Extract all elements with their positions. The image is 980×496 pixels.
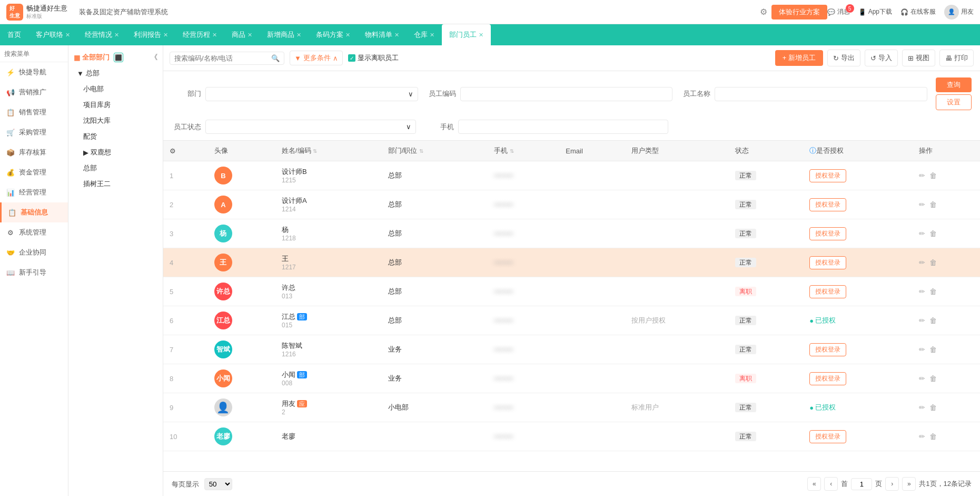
- show-resigned-toggle[interactable]: ✓ 显示离职员工: [348, 53, 399, 63]
- first-page-btn[interactable]: «: [807, 477, 821, 491]
- edit-icon[interactable]: ✏: [919, 374, 925, 383]
- tab-department[interactable]: 部门员工 ✕: [442, 24, 491, 45]
- dept-item-double[interactable]: ▶ 双鹿想: [68, 144, 163, 160]
- edit-icon[interactable]: ✏: [919, 345, 925, 354]
- print-button[interactable]: 🖶 打印: [939, 50, 974, 66]
- view-button[interactable]: ⊞ 视图: [902, 50, 935, 66]
- close-icon[interactable]: ✕: [394, 32, 399, 38]
- close-icon[interactable]: ✕: [65, 32, 70, 38]
- table-settings-icon[interactable]: ⚙: [170, 147, 176, 155]
- th-dept[interactable]: 部门/职位 ⇅: [382, 141, 488, 161]
- auth-button[interactable]: 授权登录: [809, 169, 846, 182]
- edit-icon[interactable]: ✏: [919, 171, 925, 180]
- delete-icon[interactable]: 🗑: [929, 171, 937, 180]
- set-button[interactable]: 设置: [936, 94, 972, 110]
- edit-icon[interactable]: ✏: [919, 432, 925, 441]
- sidebar-item-sales[interactable]: 📋销售管理: [0, 102, 68, 122]
- auth-button[interactable]: 授权登录: [809, 198, 846, 211]
- tab-profit[interactable]: 利润报告 ✕: [126, 24, 175, 45]
- search-input[interactable]: [174, 54, 269, 62]
- close-icon[interactable]: ✕: [212, 32, 217, 38]
- auth-button[interactable]: 授权登录: [809, 227, 846, 240]
- message-button[interactable]: 💬 消息 5: [827, 7, 850, 16]
- sidebar-item-marketing[interactable]: 📢营销推广: [0, 82, 68, 102]
- close-icon[interactable]: ✕: [114, 32, 119, 38]
- tab-bom[interactable]: 物料清单 ✕: [358, 24, 407, 45]
- tab-warehouse[interactable]: 仓库 ✕: [407, 24, 442, 45]
- edit-icon[interactable]: ✏: [919, 200, 925, 209]
- more-conditions-btn[interactable]: ▼ 更多条件 ∧: [290, 51, 343, 65]
- sidebar-item-quick-nav[interactable]: ⚡快捷导航: [0, 62, 68, 82]
- close-icon[interactable]: ✕: [296, 32, 301, 38]
- tab-history[interactable]: 经营历程 ✕: [175, 24, 224, 45]
- query-button[interactable]: 查询: [936, 77, 972, 92]
- sidebar-item-finance[interactable]: 💰资金管理: [0, 162, 68, 182]
- dept-item-small[interactable]: 小电部: [68, 81, 163, 97]
- trial-button[interactable]: 体验行业方案: [771, 5, 827, 20]
- delete-icon[interactable]: 🗑: [929, 403, 937, 412]
- close-icon[interactable]: ✕: [430, 32, 434, 38]
- auth-button[interactable]: 授权登录: [809, 343, 846, 356]
- th-settings[interactable]: ⚙: [163, 141, 208, 161]
- sidebar-item-inventory[interactable]: 📦库存核算: [0, 142, 68, 162]
- edit-icon[interactable]: ✏: [919, 258, 925, 267]
- filter-phone-input[interactable]: [458, 120, 669, 134]
- sidebar-item-operations[interactable]: 📊经营管理: [0, 182, 68, 202]
- delete-icon[interactable]: 🗑: [929, 258, 937, 267]
- sidebar-search[interactable]: 🔍: [0, 45, 68, 62]
- sidebar-item-system[interactable]: ⚙系统管理: [0, 222, 68, 242]
- filter-status-select[interactable]: ∨: [205, 120, 416, 134]
- delete-icon[interactable]: 🗑: [929, 287, 937, 296]
- dept-tree-collapse-btn[interactable]: 《: [151, 53, 157, 62]
- edit-icon[interactable]: ✏: [919, 316, 925, 325]
- dept-item-hq[interactable]: 总部: [68, 160, 163, 176]
- delete-icon[interactable]: 🗑: [929, 374, 937, 383]
- tab-home[interactable]: 首页: [0, 24, 28, 45]
- filter-name-input[interactable]: [715, 87, 927, 101]
- dept-item-distribution[interactable]: 配货: [68, 129, 163, 144]
- import-button[interactable]: ↺ 导入: [865, 50, 898, 66]
- delete-icon[interactable]: 🗑: [929, 432, 937, 441]
- edit-icon[interactable]: ✏: [919, 403, 925, 412]
- app-download-button[interactable]: 📱 App下载: [858, 7, 892, 16]
- close-icon[interactable]: ✕: [345, 32, 350, 38]
- delete-icon[interactable]: 🗑: [929, 200, 937, 209]
- settings-icon[interactable]: ⚙: [760, 7, 767, 17]
- dept-item-shenyang[interactable]: 沈阳大库: [68, 113, 163, 129]
- dept-item-root[interactable]: ▼ 总部: [68, 65, 163, 81]
- page-number-input[interactable]: [851, 478, 872, 490]
- tab-new-goods[interactable]: 新增商品 ✕: [260, 24, 309, 45]
- auth-button[interactable]: 授权登录: [809, 285, 846, 298]
- sidebar-item-purchase[interactable]: 🛒采购管理: [0, 122, 68, 142]
- add-employee-button[interactable]: + 新增员工: [775, 50, 823, 66]
- delete-icon[interactable]: 🗑: [929, 316, 937, 325]
- filter-code-input[interactable]: [460, 87, 673, 101]
- dept-item-project[interactable]: 项目库房: [68, 97, 163, 113]
- tab-customer[interactable]: 客户联络 ✕: [28, 24, 77, 45]
- sidebar-item-enterprise[interactable]: 🤝企业协同: [0, 242, 68, 262]
- resigned-checkbox[interactable]: ✓: [348, 54, 355, 62]
- close-icon[interactable]: ✕: [479, 32, 483, 38]
- info-icon[interactable]: ⓘ: [809, 147, 816, 154]
- tab-barcode[interactable]: 条码方案 ✕: [309, 24, 358, 45]
- th-phone[interactable]: 手机 ⇅: [488, 141, 559, 161]
- dept-item-tree[interactable]: 插树王二: [68, 176, 163, 192]
- edit-icon[interactable]: ✏: [919, 287, 925, 296]
- next-page-btn[interactable]: ›: [885, 477, 899, 491]
- user-menu[interactable]: 👤 用友: [944, 5, 974, 20]
- close-icon[interactable]: ✕: [163, 32, 168, 38]
- online-service-button[interactable]: 🎧 在线客服: [900, 7, 936, 16]
- last-page-btn[interactable]: »: [902, 477, 916, 491]
- per-page-select[interactable]: 50 20 100: [204, 478, 232, 490]
- delete-icon[interactable]: 🗑: [929, 229, 937, 238]
- sidebar-item-basic-info[interactable]: 📋基础信息: [0, 202, 68, 222]
- edit-icon[interactable]: ✏: [919, 229, 925, 238]
- delete-icon[interactable]: 🗑: [929, 345, 937, 354]
- filter-dept-select[interactable]: ∨: [205, 87, 418, 101]
- export-button[interactable]: ↻ 导出: [827, 50, 860, 66]
- auth-button[interactable]: 授权登录: [809, 430, 846, 443]
- sidebar-item-guide[interactable]: 📖新手引导: [0, 262, 68, 283]
- dept-collapse-icon[interactable]: ⬛: [114, 53, 123, 62]
- auth-button[interactable]: 授权登录: [809, 372, 846, 385]
- tab-operation[interactable]: 经营情况 ✕: [77, 24, 126, 45]
